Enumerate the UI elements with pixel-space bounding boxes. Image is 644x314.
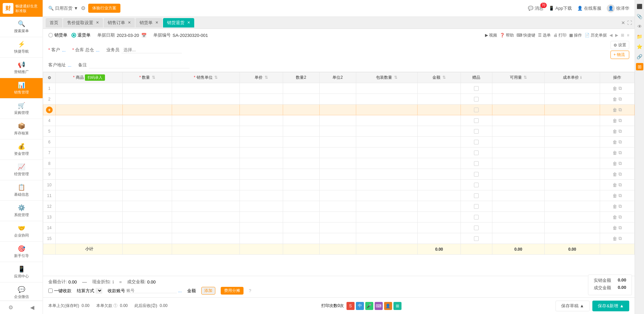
sidebar-item-wecom[interactable]: 💬 企业微信 — [0, 282, 43, 301]
date-value[interactable]: 2023-03-20 — [117, 33, 139, 38]
sidebar-item-enterprise[interactable]: 🤝 企业协同 — [0, 221, 43, 242]
print-btn[interactable]: 🖨 打印 — [553, 33, 567, 38]
icon-input[interactable]: 中 — [356, 302, 364, 310]
right-panel-icon-1[interactable]: ⬛ — [636, 3, 643, 10]
actions-cell[interactable]: 🗑⧉ — [600, 180, 635, 190]
right-panel-icon-6[interactable]: 🔗 — [636, 53, 643, 60]
unit-sort-icon[interactable]: ⇅ — [214, 75, 218, 80]
gift-checkbox[interactable] — [474, 193, 479, 198]
actions-cell[interactable]: 🗑⧉ — [600, 190, 635, 201]
gift-checkbox[interactable] — [474, 161, 479, 166]
settings-btn[interactable]: ⚙ 设置 — [610, 41, 629, 49]
product-cell[interactable] — [56, 147, 123, 158]
copy-row-icon[interactable]: ⧉ — [619, 107, 622, 113]
gift-checkbox[interactable] — [474, 183, 479, 187]
collapse-icon[interactable]: ◀ — [30, 304, 34, 311]
delete-row-icon[interactable]: 🗑 — [612, 193, 617, 198]
product-cell[interactable] — [56, 190, 123, 201]
copy-row-icon[interactable]: ⧉ — [619, 203, 622, 209]
price-sort-icon[interactable]: ⇅ — [265, 75, 268, 80]
quantity-sort-icon[interactable]: ⇅ — [152, 75, 155, 80]
sidebar-item-operations[interactable]: 📈 经营管理 — [0, 160, 43, 180]
gift-checkbox[interactable] — [474, 140, 479, 144]
sidebar-item-sales[interactable]: 📊 销售管理 — [0, 78, 43, 99]
add-row-btn[interactable]: + — [46, 107, 53, 113]
icon-voice[interactable]: 🎤 — [365, 302, 373, 310]
sidebar-item-inventory[interactable]: 📦 库存核算 — [0, 119, 43, 139]
save-new-btn[interactable]: 保存&新增 ▲ — [592, 301, 629, 311]
warehouse-input[interactable]: ... — [96, 48, 100, 53]
calendar-icon[interactable]: 📅 — [141, 33, 147, 38]
col-settings[interactable]: ⚙ — [43, 72, 56, 83]
delete-row-icon[interactable]: 🗑 — [612, 161, 617, 166]
tab-sales-delivery[interactable]: 销货单 ✕ — [136, 18, 162, 27]
copy-row-icon[interactable]: ⧉ — [619, 236, 622, 241]
product-cell[interactable] — [56, 233, 123, 244]
sidebar-item-finance[interactable]: 💰 资金管理 — [0, 139, 43, 160]
actions-cell[interactable]: 🗑⧉ — [600, 137, 635, 147]
gift-checkbox[interactable] — [474, 172, 479, 177]
gift-checkbox[interactable] — [474, 236, 479, 241]
copy-row-icon[interactable]: ⧉ — [619, 161, 622, 166]
actions-cell[interactable]: 🗑⧉ — [600, 94, 635, 105]
delete-row-icon[interactable]: 🗑 — [612, 150, 617, 155]
delete-row-icon[interactable]: 🗑 — [612, 172, 617, 177]
operate-btn[interactable]: ▦ 操作 — [569, 33, 582, 38]
delete-row-icon[interactable]: 🗑 — [612, 118, 617, 123]
sidebar-item-system[interactable]: ⚙️ 系统管理 — [0, 201, 43, 221]
actions-cell[interactable]: 🗑⧉ — [600, 201, 635, 212]
copy-row-icon[interactable]: ⧉ — [619, 171, 622, 177]
gift-checkbox[interactable] — [474, 204, 479, 209]
sidebar-item-basic[interactable]: 📋 基础信息 — [0, 180, 43, 201]
product-cell[interactable] — [56, 115, 123, 126]
actions-cell[interactable]: 🗑⧉ — [600, 212, 635, 223]
available-sort-icon[interactable]: ⇅ — [524, 75, 527, 80]
delete-row-icon[interactable]: 🗑 — [612, 214, 617, 220]
video-btn[interactable]: ▶ 视频 — [485, 33, 497, 38]
right-panel-icon-5[interactable]: ⭐ — [636, 43, 643, 50]
logistics-btn[interactable]: + 物流 — [610, 51, 629, 59]
save-draft-btn[interactable]: 保存草稿 ▲ — [555, 301, 590, 311]
settlement-select[interactable] — [96, 288, 102, 294]
pkg-sort-icon[interactable]: ⇅ — [394, 75, 397, 80]
copy-row-icon[interactable]: ⧉ — [619, 193, 622, 198]
list-view-icon[interactable]: ≡ — [627, 33, 629, 38]
product-cell[interactable] — [56, 94, 123, 105]
gift-checkbox[interactable] — [474, 226, 479, 230]
product-cell[interactable] — [56, 126, 123, 137]
account-dots[interactable]: ... — [178, 288, 182, 293]
tab-home[interactable]: 首页 — [46, 18, 62, 27]
tab-price-settings-close[interactable]: ✕ — [96, 20, 99, 25]
grid-view-icon[interactable]: ⊞ — [621, 33, 624, 38]
gift-checkbox[interactable] — [474, 86, 479, 91]
table-container[interactable]: ⚙ * 商品 扫码录入 * 数量 ⇅ * 销售单位 ⇅ 单价 ⇅ 数量2 单位2… — [43, 72, 635, 276]
product-cell[interactable] — [56, 223, 123, 233]
customer-input[interactable]: ... — [62, 48, 66, 53]
sidebar-item-appstore[interactable]: 📱 应用中心 — [0, 262, 43, 282]
delete-row-icon[interactable]: 🗑 — [612, 182, 617, 188]
online-service-btn[interactable]: 👤 在线客服 — [577, 5, 601, 11]
nav-next-icon[interactable]: ▶ — [615, 33, 618, 38]
actions-cell[interactable]: 🗑⧉ — [600, 126, 635, 137]
actions-cell[interactable]: 🗑⧉ — [600, 83, 635, 94]
delete-row-icon[interactable]: 🗑 — [612, 97, 617, 102]
expense-help-icon[interactable]: ? — [249, 288, 251, 293]
product-cell[interactable] — [56, 158, 123, 169]
tab-sales-return-close[interactable]: ✕ — [187, 20, 190, 25]
current-debt-help[interactable]: ① — [113, 303, 117, 308]
copy-row-icon[interactable]: ⧉ — [619, 118, 622, 123]
scan-btn[interactable]: 扫码录入 — [85, 74, 105, 81]
save-new-dropdown-icon[interactable]: ▲ — [620, 303, 624, 308]
save-draft-dropdown-icon[interactable]: ▲ — [580, 303, 584, 308]
staff-input[interactable] — [121, 47, 182, 53]
copy-row-icon[interactable]: ⧉ — [619, 128, 622, 134]
settings-gear-icon[interactable]: ⚙ — [81, 5, 86, 11]
select-btn[interactable]: ☰ 选单 — [538, 33, 551, 38]
help-icon[interactable]: ℹ — [112, 279, 114, 285]
delete-row-icon[interactable]: 🗑 — [612, 129, 617, 134]
radio-sale[interactable]: 销货单 — [48, 32, 67, 38]
delete-row-icon[interactable]: 🗑 — [612, 107, 617, 113]
right-panel-icon-4[interactable]: 📁 — [636, 33, 643, 40]
delete-row-icon[interactable]: 🗑 — [612, 204, 617, 209]
sidebar-item-marketing[interactable]: 📢 营销推广 — [0, 58, 43, 78]
